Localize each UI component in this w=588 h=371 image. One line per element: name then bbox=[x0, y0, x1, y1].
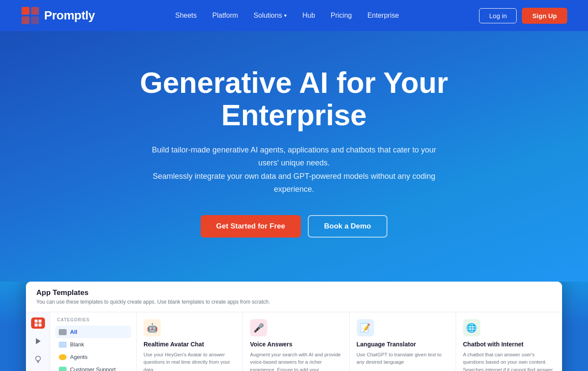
template-desc-2: Use ChatGPT to translate given text to a… bbox=[357, 351, 449, 366]
svg-rect-6 bbox=[35, 323, 38, 327]
sidebar-icon-grid[interactable] bbox=[31, 317, 45, 329]
navbar-actions: Log in Sign Up bbox=[479, 8, 567, 24]
template-icon-chatbot: 🌐 bbox=[463, 319, 480, 336]
category-all[interactable]: All bbox=[55, 326, 131, 338]
template-desc-1: Augment your search with AI and provide … bbox=[250, 351, 342, 371]
signup-button[interactable]: Sign Up bbox=[522, 8, 567, 24]
svg-rect-0 bbox=[22, 7, 29, 15]
categories-label: CATEGORIES bbox=[55, 317, 131, 322]
nav-enterprise[interactable]: Enterprise bbox=[368, 12, 399, 19]
template-card-translator[interactable]: 📝 Language Translator Use ChatGPT to tra… bbox=[350, 312, 456, 371]
book-demo-button[interactable]: Book a Demo bbox=[308, 215, 388, 238]
nav-solutions[interactable]: Solutions ▾ bbox=[254, 12, 287, 19]
preview-sidebar bbox=[26, 312, 50, 371]
logo[interactable]: Promptly bbox=[21, 6, 95, 25]
category-support-icon bbox=[59, 367, 67, 371]
nav-platform[interactable]: Platform bbox=[212, 12, 238, 19]
template-title-2: Language Translator bbox=[357, 341, 449, 348]
sidebar-icon-lightbulb[interactable] bbox=[31, 354, 45, 365]
template-icon-translator: 📝 bbox=[357, 319, 374, 336]
template-title-1: Voice Answers bbox=[250, 341, 342, 348]
template-card-avatar-chat[interactable]: 🤖 Realtime Avatar Chat Use your HeyGen's… bbox=[137, 312, 243, 371]
template-desc-3: A chatbot that can answer user's questio… bbox=[463, 351, 555, 371]
preview-body: CATEGORIES All Blank Agents Customer Sup… bbox=[26, 312, 562, 371]
template-icon-voice: 🎤 bbox=[250, 319, 267, 336]
grid-icon bbox=[34, 319, 42, 327]
hero-title: Generative AI for Your Enterprise bbox=[140, 67, 448, 131]
sidebar-icon-play[interactable] bbox=[31, 336, 45, 347]
svg-rect-1 bbox=[31, 7, 39, 15]
template-title-0: Realtime Avatar Chat bbox=[144, 341, 236, 348]
get-started-button[interactable]: Get Started for Free bbox=[201, 215, 301, 238]
template-card-voice[interactable]: 🎤 Voice Answers Augment your search with… bbox=[243, 312, 349, 371]
categories-panel: CATEGORIES All Blank Agents Customer Sup… bbox=[50, 312, 137, 371]
nav-pricing[interactable]: Pricing bbox=[331, 12, 352, 19]
template-desc-0: Use your HeyGen's Avatar to answer quest… bbox=[144, 351, 236, 371]
nav-sheets[interactable]: Sheets bbox=[175, 12, 197, 19]
svg-rect-3 bbox=[31, 16, 39, 24]
svg-rect-4 bbox=[35, 320, 38, 323]
templates-grid: 🤖 Realtime Avatar Chat Use your HeyGen's… bbox=[137, 312, 562, 371]
preview-subtitle: You can use these templates to quickly c… bbox=[36, 299, 552, 305]
app-preview-section: App Templates You can use these template… bbox=[0, 282, 588, 371]
play-icon bbox=[35, 338, 41, 345]
nav-hub[interactable]: Hub bbox=[302, 12, 315, 19]
preview-window: App Templates You can use these template… bbox=[26, 282, 562, 371]
svg-point-9 bbox=[35, 356, 40, 361]
category-agents[interactable]: Agents bbox=[55, 351, 131, 363]
template-card-chatbot[interactable]: 🌐 Chatbot with Internet A chatbot that c… bbox=[456, 312, 562, 371]
svg-marker-8 bbox=[36, 338, 41, 344]
hero-cta-group: Get Started for Free Book a Demo bbox=[201, 215, 387, 238]
template-title-3: Chatbot with Internet bbox=[463, 341, 555, 348]
category-all-icon bbox=[59, 329, 67, 335]
category-blank[interactable]: Blank bbox=[55, 338, 131, 351]
logo-text: Promptly bbox=[44, 9, 95, 22]
nav-menu: Sheets Platform Solutions ▾ Hub Pricing … bbox=[175, 12, 399, 19]
category-blank-icon bbox=[59, 342, 67, 348]
hero-subtitle: Build tailor-made generative AI agents, … bbox=[143, 143, 445, 196]
login-button[interactable]: Log in bbox=[479, 8, 517, 23]
preview-title: App Templates bbox=[36, 289, 552, 297]
logo-icon bbox=[21, 6, 40, 25]
lightbulb-icon bbox=[35, 355, 42, 363]
navbar: Promptly Sheets Platform Solutions ▾ Hub… bbox=[0, 0, 588, 31]
preview-header: App Templates You can use these template… bbox=[26, 282, 562, 312]
category-agents-icon bbox=[59, 354, 67, 360]
svg-rect-7 bbox=[38, 323, 42, 327]
svg-rect-5 bbox=[38, 320, 42, 323]
svg-rect-2 bbox=[22, 16, 29, 24]
category-support[interactable]: Customer Support bbox=[55, 363, 131, 371]
chevron-down-icon: ▾ bbox=[284, 13, 287, 19]
template-icon-avatar: 🤖 bbox=[144, 319, 161, 336]
hero-section: Generative AI for Your Enterprise Build … bbox=[0, 31, 588, 282]
